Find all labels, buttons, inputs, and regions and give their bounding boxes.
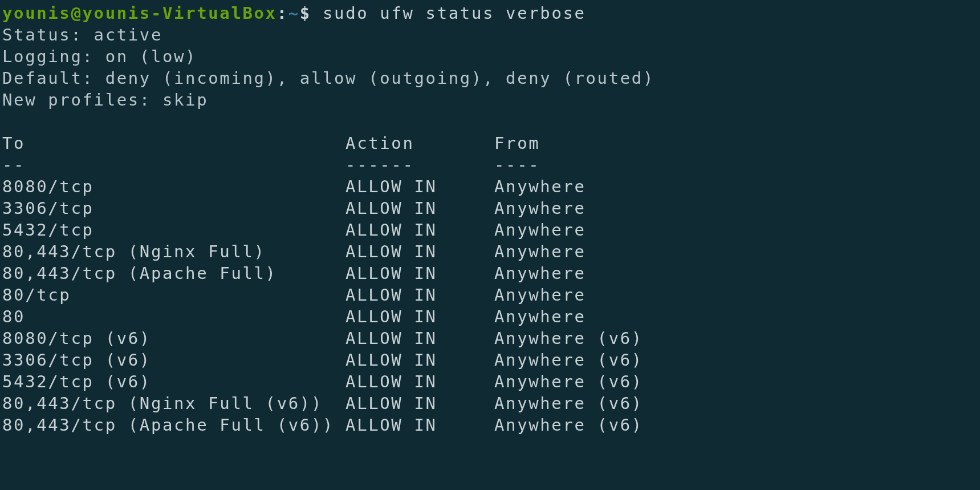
prompt-at: @ xyxy=(71,3,82,23)
newprofiles-line: New profiles: skip xyxy=(2,90,208,110)
rules-table: To Action From -- ------ ---- 8080/tcp A… xyxy=(2,133,643,435)
logging-line: Logging: on (low) xyxy=(2,47,197,66)
prompt-dollar: $ xyxy=(300,3,311,23)
status-line: Status: active xyxy=(2,25,162,44)
prompt-user: younis xyxy=(2,3,71,23)
terminal-window[interactable]: younis@younis-VirtualBox:~$ sudo ufw sta… xyxy=(0,0,980,438)
prompt-colon: : xyxy=(277,3,288,23)
prompt-path: ~ xyxy=(288,3,300,23)
default-line: Default: deny (incoming), allow (outgoin… xyxy=(2,68,654,88)
prompt-host: younis-VirtualBox xyxy=(83,3,277,23)
command-text: sudo ufw status verbose xyxy=(311,3,586,23)
